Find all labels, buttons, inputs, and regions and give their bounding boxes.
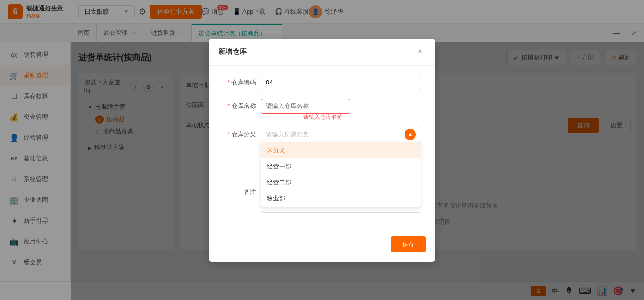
dropdown-item-no-category[interactable]: 未分类 — [261, 142, 421, 158]
dropdown-item-ops1[interactable]: 经营一部 — [261, 158, 421, 175]
modal-close-button[interactable]: × — [414, 46, 426, 58]
dropdown-item-ops2[interactable]: 经营二部 — [261, 175, 421, 191]
warehouse-code-row: * 仓库编码 — [223, 75, 421, 90]
warehouse-remark-label: 备注 — [223, 184, 261, 200]
warehouse-category-row: * 仓库分类 请输入所属分类 ▲ 未分类 经营一部 经营二部 物业部 — [223, 127, 421, 142]
modal-overlay-wrapper: 新增仓库 × * 仓库编码 * 仓库名称 请输入仓库名称 — [0, 0, 644, 300]
modal-body: * 仓库编码 * 仓库名称 请输入仓库名称 * — [209, 66, 435, 231]
warehouse-category-label: * 仓库分类 — [223, 127, 261, 142]
modal-title: 新增仓库 — [218, 47, 247, 56]
modal-header: 新增仓库 × — [209, 39, 435, 66]
add-warehouse-modal: 新增仓库 × * 仓库编码 * 仓库名称 请输入仓库名称 — [209, 39, 435, 262]
dropdown-item-ops3[interactable]: 物业部 — [261, 191, 421, 207]
warehouse-code-label: * 仓库编码 — [223, 75, 261, 90]
required-star-3: * — [227, 131, 230, 138]
warehouse-name-row: * 仓库名称 请输入仓库名称 — [223, 99, 421, 114]
warehouse-category-dropdown: 未分类 经营一部 经营二部 物业部 — [261, 142, 421, 207]
warehouse-category-wrap: 请输入所属分类 ▲ 未分类 经营一部 经营二部 物业部 — [261, 127, 421, 142]
warehouse-category-placeholder: 请输入所属分类 — [266, 130, 309, 139]
required-star-1: * — [227, 79, 230, 86]
warehouse-name-error: 请输入仓库名称 — [303, 113, 343, 121]
warehouse-code-input[interactable] — [261, 75, 421, 90]
warehouse-name-wrap: 请输入仓库名称 — [261, 99, 421, 114]
dropdown-arrow-icon: ▲ — [405, 129, 416, 140]
required-star-2: * — [227, 102, 230, 109]
warehouse-name-input[interactable] — [261, 99, 350, 114]
warehouse-name-label: * 仓库名称 — [223, 99, 261, 114]
modal-save-button[interactable]: 保存 — [391, 236, 426, 252]
warehouse-category-trigger[interactable]: 请输入所属分类 ▲ — [261, 127, 421, 142]
modal-footer: 保存 — [209, 231, 435, 262]
